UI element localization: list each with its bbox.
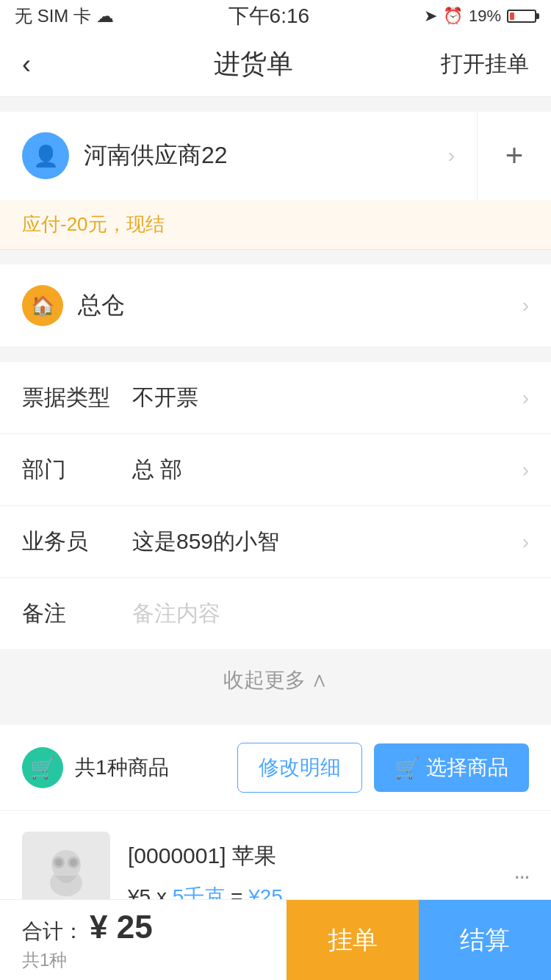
department-row[interactable]: 部门 总 部 › xyxy=(0,434,551,506)
hang-button[interactable]: 挂单 xyxy=(287,900,419,980)
total-label: 合计： xyxy=(22,918,84,945)
checkout-button[interactable]: 结算 xyxy=(419,900,551,980)
status-left: 无 SIM 卡 ☁ xyxy=(15,4,114,28)
department-chevron-icon: › xyxy=(522,458,529,482)
status-bar: 无 SIM 卡 ☁ 下午6:16 ➤ ⏰ 19% xyxy=(0,0,551,32)
battery-icon xyxy=(507,10,536,23)
department-value: 总 部 xyxy=(125,455,522,485)
location-icon: ➤ xyxy=(424,7,437,26)
avatar-icon: 👤 xyxy=(33,144,59,168)
divider-4 xyxy=(0,710,551,725)
supplier-avatar: 👤 xyxy=(22,132,69,179)
products-header: 🛒 共1种商品 修改明细 🛒 选择商品 xyxy=(0,725,551,810)
department-label: 部门 xyxy=(22,455,125,485)
product-name: [0000001] 苹果 xyxy=(128,841,496,871)
collapse-button[interactable]: 收起更多 ∧ xyxy=(0,650,551,710)
supplier-name: 河南供应商22 xyxy=(84,140,433,172)
alarm-icon: ⏰ xyxy=(443,7,463,26)
ticket-type-label: 票据类型 xyxy=(22,383,125,413)
remark-input[interactable]: 备注内容 xyxy=(125,599,529,629)
cart-icon: 🛒 xyxy=(395,756,420,780)
nav-bar: ‹ 进货单 打开挂单 xyxy=(0,32,551,97)
divider-1 xyxy=(0,97,551,112)
salesperson-value: 这是859的小智 xyxy=(125,527,522,557)
salesperson-label: 业务员 xyxy=(22,527,125,557)
add-supplier-button[interactable]: + xyxy=(478,112,551,200)
home-icon: 🏠 xyxy=(31,295,54,317)
select-product-button[interactable]: 🛒 选择商品 xyxy=(374,743,529,792)
status-right: ➤ ⏰ 19% xyxy=(424,7,536,26)
svg-point-3 xyxy=(55,859,62,866)
bottom-bar: 合计： ¥ 25 共1种 挂单 结算 xyxy=(0,899,551,980)
page-title: 进货单 xyxy=(214,46,293,82)
open-hang-button[interactable]: 打开挂单 xyxy=(441,49,529,79)
edit-detail-button[interactable]: 修改明细 xyxy=(237,743,362,793)
ticket-type-chevron-icon: › xyxy=(522,386,529,410)
remark-row[interactable]: 备注 备注内容 xyxy=(0,578,551,650)
warehouse-icon: 🏠 xyxy=(22,285,63,326)
divider-3 xyxy=(0,347,551,362)
hang-label: 挂单 xyxy=(328,923,378,957)
shopping-icon: 🛒 xyxy=(30,756,56,780)
supplier-notice: 应付-20元，现结 xyxy=(0,200,551,250)
products-count: 共1种商品 xyxy=(75,754,226,782)
warehouse-chevron-icon: › xyxy=(522,294,529,317)
salesperson-row[interactable]: 业务员 这是859的小智 › xyxy=(0,506,551,578)
owl-logo xyxy=(37,846,96,905)
collapse-label: 收起更多 ∧ xyxy=(223,666,328,694)
supplier-selector[interactable]: 👤 河南供应商22 › xyxy=(0,112,478,200)
remark-label: 备注 xyxy=(22,599,125,629)
salesperson-chevron-icon: › xyxy=(522,530,529,554)
ticket-type-row[interactable]: 票据类型 不开票 › xyxy=(0,362,551,434)
total-amount: ¥ 25 xyxy=(90,909,153,945)
select-product-label: 选择商品 xyxy=(426,754,508,782)
battery-text: 19% xyxy=(469,7,501,26)
form-section: 票据类型 不开票 › 部门 总 部 › 业务员 这是859的小智 › 备注 备注… xyxy=(0,362,551,650)
checkout-label: 结算 xyxy=(460,923,510,957)
product-more-button[interactable]: ··· xyxy=(514,862,529,890)
total-row: 合计： ¥ 25 xyxy=(22,909,264,945)
total-sub-label: 共1种 xyxy=(22,948,264,972)
chevron-right-icon: › xyxy=(448,144,455,167)
svg-point-4 xyxy=(70,859,77,866)
back-button[interactable]: ‹ xyxy=(22,49,66,80)
total-section: 合计： ¥ 25 共1种 xyxy=(0,900,287,980)
warehouse-section[interactable]: 🏠 总仓 › xyxy=(0,264,551,347)
divider-2 xyxy=(0,250,551,264)
products-icon: 🛒 xyxy=(22,747,63,788)
supplier-section: 👤 河南供应商22 › + xyxy=(0,112,551,200)
status-time: 下午6:16 xyxy=(228,2,310,30)
signal-text: 无 SIM 卡 ☁ xyxy=(15,4,114,28)
warehouse-name: 总仓 xyxy=(78,289,508,322)
ticket-type-value: 不开票 xyxy=(125,383,522,413)
